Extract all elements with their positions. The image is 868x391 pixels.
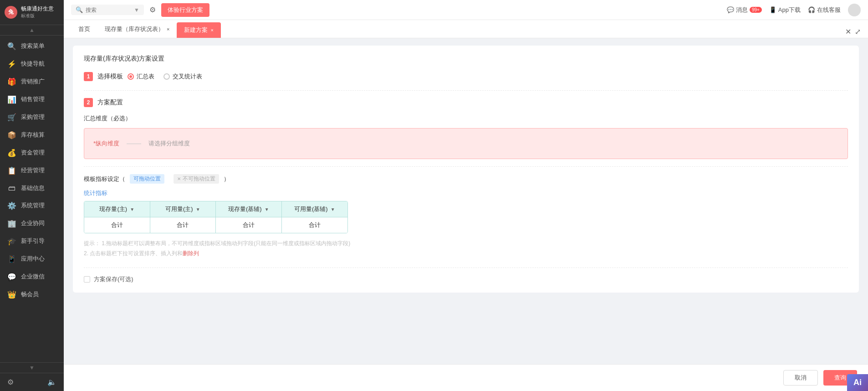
stats-col-header-label: 现存量(基辅) <box>228 205 262 213</box>
sidebar-nav: 🔍搜索菜单⚡快捷导航🎁营销推广📊销售管理🛒采购管理📦库存核算💰资金管理📋经营管理… <box>0 36 64 362</box>
sidebar-icon-basic-info: 🗃 <box>7 184 16 192</box>
sidebar-icon-operations: 📋 <box>7 166 16 175</box>
dimension-area[interactable]: *纵向维度 —— 请选择分组维度 <box>84 128 848 159</box>
cancel-button[interactable]: 取消 <box>783 370 818 386</box>
step2-divider <box>84 166 848 167</box>
experience-btn[interactable]: 体验行业方案 <box>161 3 209 17</box>
step1-section: 1 选择模板 汇总表 交叉统计表 <box>84 72 848 81</box>
sidebar-label-operations: 经营管理 <box>21 166 45 175</box>
save-plan-area: 方案保存(可选) <box>84 275 848 283</box>
sidebar-item-purchase[interactable]: 🛒采购管理 <box>0 108 64 126</box>
tab-new-plan[interactable]: 新建方案 × <box>177 22 220 38</box>
search-dropdown-icon[interactable]: ▼ <box>134 7 139 13</box>
sidebar-item-sales[interactable]: 📊销售管理 <box>0 91 64 108</box>
dimension-required-label: *纵向维度 <box>93 139 119 148</box>
stats-col-chevron[interactable]: ▼ <box>196 207 200 212</box>
tab-inventory-status[interactable]: 现存量（库存状况表） × <box>97 21 177 38</box>
search-input[interactable] <box>86 7 131 13</box>
tab-close-action[interactable]: ✕ <box>845 27 851 36</box>
step1-label: 选择模板 <box>97 72 123 81</box>
sidebar-item-member[interactable]: 👑畅会员 <box>0 286 64 304</box>
scroll-down-arrow[interactable]: ▼ <box>29 365 35 371</box>
phone-icon: 📱 <box>769 6 776 13</box>
sidebar-icon-finance: 💰 <box>7 149 16 157</box>
save-divider <box>84 268 848 268</box>
radio-cross[interactable]: 交叉统计表 <box>163 72 202 81</box>
summary-dimension-label: 汇总维度（必选） <box>84 114 848 123</box>
settings-footer-icon[interactable]: ⚙ <box>7 378 14 386</box>
sidebar-footer: ⚙ 🔈 <box>0 373 64 391</box>
topbar: 🔍 ▼ ⚙ 体验行业方案 💬 消息 99+ 📱 App下载 🎧 在线客服 <box>64 0 868 20</box>
dimension-placeholder: 请选择分组维度 <box>148 139 190 148</box>
stats-col-chevron[interactable]: ▼ <box>130 207 134 212</box>
template-settings-label: 模板指标设定（ <box>84 175 125 183</box>
save-plan-checkbox[interactable] <box>84 276 90 283</box>
sidebar-item-search-menu[interactable]: 🔍搜索菜单 <box>0 37 64 55</box>
main-panel: 现存量(库存状况表)方案设置 1 选择模板 汇总表 交叉统计表 <box>73 46 859 293</box>
stats-title: 统计指标 <box>84 189 848 197</box>
template-settings-suffix: ） <box>224 175 230 183</box>
radio-cross-dot <box>163 73 170 80</box>
sidebar-icon-inventory: 📦 <box>7 131 16 139</box>
message-icon: 💬 <box>727 6 734 13</box>
ai-badge[interactable]: Ai <box>847 374 868 391</box>
hint-line2: 2. 点击标题栏下拉可设置排序、插入列和删除列 <box>84 249 848 259</box>
page-content: 现存量(库存状况表)方案设置 1 选择模板 汇总表 交叉统计表 <box>64 38 868 364</box>
sidebar-label-enterprise: 企业协同 <box>21 219 45 227</box>
non-toggleable-label: 不可拖动位置 <box>183 175 215 183</box>
stats-col-cell: 合计 <box>216 217 282 233</box>
stats-table: 现存量(主)▼可用量(主)▼现存量(基辅)▼可用量(基辅)▼ 合计合计合计合计 <box>84 201 348 233</box>
user-avatar[interactable] <box>848 4 861 16</box>
app-download-item[interactable]: 📱 App下载 <box>769 6 801 14</box>
sidebar-icon-sales: 📊 <box>7 95 16 104</box>
step2-badge: 2 <box>84 98 93 107</box>
topbar-settings-icon[interactable]: ⚙ <box>149 5 156 14</box>
sidebar-item-new-guide[interactable]: 🎓新手引导 <box>0 232 64 250</box>
sidebar-label-wechat: 企业微信 <box>21 273 45 281</box>
sidebar-icon-marketing: 🎁 <box>7 77 16 86</box>
sidebar-label-app-center: 应用中心 <box>21 255 45 263</box>
sidebar-label-inventory: 库存核算 <box>21 131 45 139</box>
messages-badge: 99+ <box>750 7 762 13</box>
stats-col-chevron[interactable]: ▼ <box>265 207 269 212</box>
scroll-up-arrow[interactable]: ▲ <box>29 27 35 33</box>
sidebar-item-wechat[interactable]: 💬企业微信 <box>0 268 64 286</box>
logo-icon: 兔 <box>5 6 17 19</box>
step2-label: 方案配置 <box>97 98 123 107</box>
sidebar-icon-wechat: 💬 <box>7 273 16 281</box>
sidebar-item-enterprise[interactable]: 🏢企业协同 <box>0 215 64 232</box>
sidebar-label-marketing: 营销推广 <box>21 77 45 86</box>
sidebar-label-member: 畅会员 <box>21 290 39 298</box>
sidebar-item-finance[interactable]: 💰资金管理 <box>0 144 64 162</box>
sidebar-label-finance: 资金管理 <box>21 149 45 157</box>
tab-inventory-status-close[interactable]: × <box>167 26 169 32</box>
stats-col-cell: 合计 <box>282 217 348 233</box>
online-service-label: 在线客服 <box>817 6 841 14</box>
audio-footer-icon[interactable]: 🔈 <box>47 378 56 386</box>
radio-summary[interactable]: 汇总表 <box>128 72 154 81</box>
main-area: 🔍 ▼ ⚙ 体验行业方案 💬 消息 99+ 📱 App下载 🎧 在线客服 <box>64 0 868 391</box>
sidebar-icon-search-menu: 🔍 <box>7 42 16 51</box>
tab-new-plan-close[interactable]: × <box>210 27 213 33</box>
sidebar-item-marketing[interactable]: 🎁营销推广 <box>0 73 64 91</box>
stats-col-chevron[interactable]: ▼ <box>331 207 335 212</box>
topbar-right: 💬 消息 99+ 📱 App下载 🎧 在线客服 <box>727 4 861 16</box>
page-footer: 取消 查询 <box>64 364 868 391</box>
online-service-item[interactable]: 🎧 在线客服 <box>808 6 841 14</box>
tab-new-plan-label: 新建方案 <box>184 26 208 34</box>
topbar-search-container: 🔍 ▼ <box>71 5 144 15</box>
sidebar-item-basic-info[interactable]: 🗃基础信息 <box>0 180 64 197</box>
step2-header: 2 方案配置 <box>84 98 848 107</box>
tab-home[interactable]: 首页 <box>71 21 97 38</box>
tab-expand-action[interactable]: ⤢ <box>855 27 861 36</box>
sidebar-item-app-center[interactable]: 📱应用中心 <box>0 250 64 268</box>
radio-summary-label: 汇总表 <box>137 72 154 81</box>
sidebar-item-quick-nav[interactable]: ⚡快捷导航 <box>0 55 64 73</box>
sidebar-item-system[interactable]: ⚙️系统管理 <box>0 197 64 215</box>
sidebar-icon-system: ⚙️ <box>7 201 16 210</box>
sidebar-item-inventory[interactable]: 📦库存核算 <box>0 126 64 144</box>
hint-line1: 提示： 1.拖动标题栏可以调整布局，不可跨维度或指标区域拖动列字段(只能在同一维… <box>84 239 848 249</box>
messages-item[interactable]: 💬 消息 99+ <box>727 6 762 14</box>
sidebar-icon-new-guide: 🎓 <box>7 237 16 246</box>
sidebar-item-operations[interactable]: 📋经营管理 <box>0 162 64 180</box>
